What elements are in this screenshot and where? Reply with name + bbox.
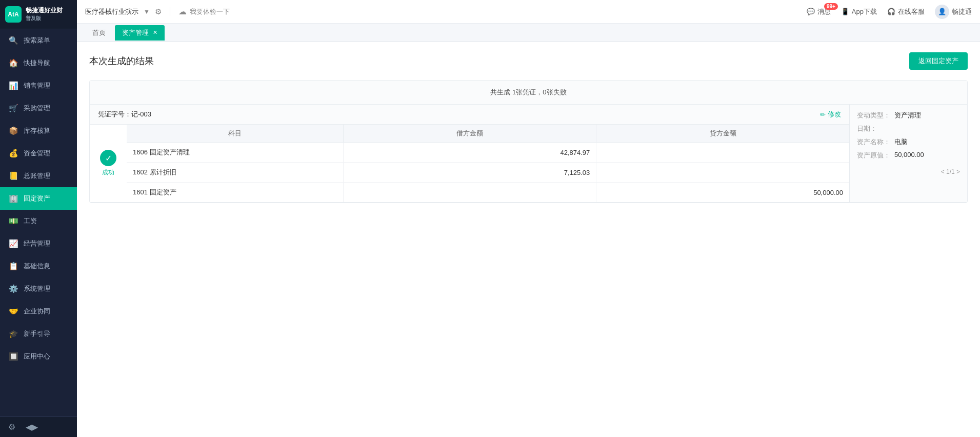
asset-name-label: 资产名称：	[857, 137, 890, 147]
sidebar-item-label: 资金管理	[24, 149, 50, 158]
sidebar-item-inventory[interactable]: 📦 库存核算	[0, 120, 77, 142]
debit-cell-2	[344, 183, 596, 203]
sidebar-item-search[interactable]: 🔍 搜索菜单	[0, 29, 77, 52]
col-debit-header: 借方金额	[344, 125, 596, 143]
message-icon: 💬	[807, 8, 815, 15]
asset-name-value: 电脑	[894, 137, 908, 147]
change-type-label: 变动类型：	[857, 111, 890, 120]
sidebar: AtA 畅捷通好业财 普及版 🔍 搜索菜单 🏠 快捷导航 📊 销售管理 🛒 采购…	[0, 0, 77, 437]
voucher-header: 凭证字号：记-003 ✏ 修改	[90, 105, 849, 125]
side-row-change-type: 变动类型： 资产清理	[857, 111, 960, 120]
side-row-asset-name: 资产名称： 电脑	[857, 137, 960, 147]
voucher-table-area: ✓ 成功 科目 借方金额 贷方金额	[90, 125, 849, 202]
app-download-label: App下载	[852, 7, 877, 16]
avatar: 👤	[935, 5, 949, 19]
sidebar-item-salary[interactable]: 💵 工资	[0, 210, 77, 232]
divider	[170, 7, 170, 16]
sidebar-item-label: 固定资产	[24, 194, 50, 203]
app-download-button[interactable]: 📱 App下载	[841, 7, 877, 16]
sidebar-item-ledger[interactable]: 📒 总账管理	[0, 165, 77, 187]
messages-button[interactable]: 💬 消息 99+	[807, 7, 831, 16]
settings-bottom-icon[interactable]: ⚙	[8, 422, 15, 432]
sidebar-item-purchase[interactable]: 🛒 采购管理	[0, 97, 77, 120]
tab-home-label: 首页	[92, 28, 106, 37]
app-edition: 普及版	[26, 15, 63, 22]
credit-cell-2: 50,000.00	[596, 183, 849, 203]
success-badge: ✓ 成功	[90, 125, 127, 202]
edit-label: 修改	[828, 110, 841, 119]
sidebar-item-quick-nav[interactable]: 🏠 快捷导航	[0, 52, 77, 74]
collapse-icon[interactable]: ◀▶	[26, 422, 38, 432]
debit-cell-0: 42,874.97	[344, 143, 596, 163]
date-label: 日期：	[857, 124, 877, 133]
success-text: 成功	[102, 168, 114, 177]
table-row: 1601 固定资产 50,000.00	[127, 183, 849, 203]
subject-cell-1: 1602 累计折旧	[127, 163, 344, 183]
side-row-original-value: 资产原值： 50,000.00	[857, 151, 960, 160]
tab-bar: 首页 资产管理 ✕	[77, 24, 980, 42]
cloud-icon: ☁	[178, 7, 187, 16]
funds-icon: 💰	[8, 148, 18, 158]
user-area[interactable]: 👤 畅捷通	[935, 5, 972, 19]
voucher-number: 凭证字号：记-003	[98, 110, 151, 119]
sidebar-item-label: 工资	[24, 216, 37, 226]
tab-asset-mgmt[interactable]: 资产管理 ✕	[115, 25, 165, 41]
voucher-block: 凭证字号：记-003 ✏ 修改 ✓ 成功	[90, 105, 967, 203]
headset-icon: 🎧	[887, 8, 895, 15]
home-icon: 🏠	[8, 58, 18, 68]
sidebar-item-fixed-assets[interactable]: 🏢 固定资产	[0, 187, 77, 210]
success-circle-icon: ✓	[100, 150, 116, 166]
table-row: 1606 固定资产清理 42,874.97	[127, 143, 849, 163]
ledger-icon: 📒	[8, 171, 18, 181]
settings-icon[interactable]: ⚙	[155, 7, 162, 16]
search-icon: 🔍	[8, 35, 18, 46]
credit-cell-0	[596, 143, 849, 163]
try-button[interactable]: ☁ 我要体验一下	[178, 7, 230, 16]
debit-cell-1: 7,125.03	[344, 163, 596, 183]
table-header-row: 科目 借方金额 贷方金额	[127, 125, 849, 143]
topbar-right: 💬 消息 99+ 📱 App下载 🎧 在线客服 👤 畅捷通	[807, 5, 972, 19]
topbar-left: 医疗器械行业演示 ▼ ⚙ ☁ 我要体验一下	[85, 7, 230, 16]
user-name: 畅捷通	[952, 7, 972, 16]
sidebar-item-funds[interactable]: 💰 资金管理	[0, 142, 77, 165]
sidebar-item-guide[interactable]: 🎓 新手引导	[0, 323, 77, 345]
subject-cell-2: 1601 固定资产	[127, 183, 344, 203]
tab-close-icon[interactable]: ✕	[153, 29, 157, 36]
summary-text: 共生成 1张凭证，0张失败	[490, 88, 566, 96]
change-type-value: 资产清理	[894, 111, 921, 120]
sidebar-item-label: 系统管理	[24, 284, 50, 293]
guide-icon: 🎓	[8, 329, 18, 339]
system-icon: ⚙️	[8, 284, 18, 294]
voucher-side-panel: 变动类型： 资产清理 日期： 资产名称： 电脑 资产原值： 50,000.00	[849, 105, 967, 202]
sidebar-bottom: ⚙ ◀▶	[0, 416, 77, 437]
sidebar-item-label: 企业协同	[24, 307, 50, 316]
online-service-label: 在线客服	[898, 7, 925, 16]
sidebar-item-app-center[interactable]: 🔲 应用中心	[0, 345, 77, 368]
original-value-label: 资产原值：	[857, 151, 890, 160]
company-dropdown-icon[interactable]: ▼	[144, 8, 150, 15]
sidebar-item-label: 采购管理	[24, 104, 50, 113]
subject-cell-0: 1606 固定资产清理	[127, 143, 344, 163]
back-button[interactable]: 返回固定资产	[909, 52, 968, 70]
sidebar-item-system[interactable]: ⚙️ 系统管理	[0, 277, 77, 300]
page-title: 本次生成的结果	[89, 55, 154, 67]
credit-cell-1	[596, 163, 849, 183]
online-service-button[interactable]: 🎧 在线客服	[887, 7, 925, 16]
edit-icon: ✏	[820, 111, 826, 118]
operations-icon: 📈	[8, 239, 18, 249]
fixed-assets-icon: 🏢	[8, 193, 18, 204]
sidebar-item-basic-info[interactable]: 📋 基础信息	[0, 255, 77, 277]
pagination[interactable]: < 1/1 >	[857, 168, 960, 175]
enterprise-icon: 🤝	[8, 306, 18, 316]
edit-button[interactable]: ✏ 修改	[820, 110, 841, 119]
sidebar-item-operations[interactable]: 📈 经营管理	[0, 232, 77, 255]
result-panel: 共生成 1张凭证，0张失败 凭证字号：记-003 ✏ 修改	[89, 80, 968, 203]
sidebar-item-enterprise[interactable]: 🤝 企业协同	[0, 300, 77, 323]
company-name: 医疗器械行业演示	[85, 7, 138, 16]
sales-icon: 📊	[8, 81, 18, 91]
page-header: 本次生成的结果 返回固定资产	[89, 52, 968, 70]
sidebar-item-label: 新手引导	[24, 329, 50, 339]
tab-home[interactable]: 首页	[85, 25, 113, 41]
salary-icon: 💵	[8, 216, 18, 226]
sidebar-item-sales[interactable]: 📊 销售管理	[0, 74, 77, 97]
